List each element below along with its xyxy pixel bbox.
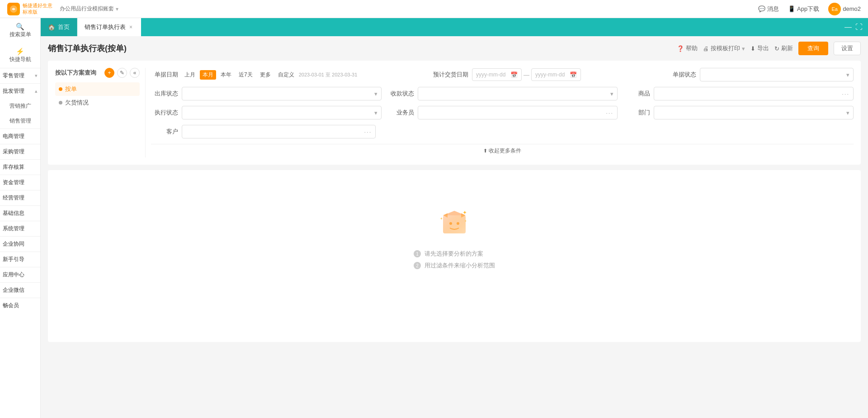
empty-state: ✦ ✦ ✦ 1 请先选择要分析的方案 2 用过滤条件来缩小分析范围 (48, 170, 861, 297)
ship-status-select[interactable]: ▾ (182, 87, 382, 100)
print-dropdown-icon: ▾ (742, 45, 745, 52)
product-more-icon: ··· (842, 90, 849, 97)
logo-area[interactable]: 畅捷通好生意 标准版 (7, 3, 52, 15)
department-select[interactable]: ▾ (654, 106, 854, 119)
doc-status-select[interactable]: ▾ (700, 68, 854, 81)
app-download-button[interactable]: 📱 App下载 (788, 5, 819, 13)
forecast-date-end-input[interactable]: yyyy-mm-dd 📅 (531, 68, 581, 81)
ship-status-chevron-icon: ▾ (374, 90, 377, 97)
product-select[interactable]: ··· (654, 87, 854, 100)
doc-status-label: 单据状态 (669, 71, 696, 79)
maximize-icon[interactable]: ⛶ (855, 23, 863, 31)
sidebar-item-system[interactable]: 系统管理 (0, 221, 40, 236)
sidebar-item-inventory[interactable]: 库存核算 (0, 160, 40, 175)
sidebar-section-system: 系统管理 (0, 221, 40, 236)
page-content: 销售订单执行表(按单) ❓ 帮助 🖨 按模板打印 ▾ ⬇ 导出 (41, 36, 868, 418)
add-plan-button[interactable]: + (104, 68, 114, 78)
sidebar-item-purchase[interactable]: 采购管理 (0, 144, 40, 159)
tab-sales-order[interactable]: 销售订单执行表 × (77, 18, 141, 36)
filter-group-forecast-date: 预计交货日期 yyyy-mm-dd 📅 — yyyy-mm-dd (433, 68, 664, 81)
sidebar-section-inventory: 库存核算 (0, 159, 40, 175)
date-current-year-btn[interactable]: 本年 (218, 70, 234, 80)
message-button[interactable]: 💬 消息 (758, 5, 779, 13)
sidebar-item-finance[interactable]: 资金管理 (0, 175, 40, 190)
page-title: 销售订单执行表(按单) (48, 43, 127, 54)
wholesale-expand-icon: ▴ (35, 88, 38, 94)
sidebar-item-member[interactable]: 畅会员 (0, 298, 40, 313)
salesperson-select[interactable]: ··· (418, 106, 618, 119)
filter-card: 按以下方案查询 + ✎ « 按单 (48, 61, 861, 165)
date-more-btn[interactable]: 更多 (257, 70, 274, 80)
sidebar-search[interactable]: 🔍 搜索菜单 (0, 18, 40, 43)
print-button[interactable]: 🖨 按模板打印 ▾ (703, 44, 745, 52)
filter-group-department: 部门 ▾ (623, 106, 854, 119)
filter-left-icons: + ✎ « (104, 68, 140, 78)
sidebar-item-retail-management[interactable]: 零售管理 ▾ (0, 68, 40, 83)
results-area: ✦ ✦ ✦ 1 请先选择要分析的方案 2 用过滤条件来缩小分析范围 (48, 170, 861, 342)
refresh-icon: ↻ (774, 45, 779, 52)
query-button[interactable]: 查询 (798, 42, 828, 55)
minimize-icon[interactable]: — (844, 23, 852, 31)
sidebar-shortcut[interactable]: ⚡ 快捷导航 (0, 43, 40, 68)
date-7days-btn[interactable]: 近7天 (236, 70, 255, 80)
collapse-panel-button[interactable]: « (130, 68, 140, 78)
settings-button[interactable]: 设置 (834, 42, 861, 55)
customer-more-icon: ··· (364, 128, 372, 135)
sidebar-section-wholesale: 批发管理 ▴ 营销推广 销售管理 (0, 83, 40, 128)
sidebar-item-basic-info[interactable]: 基础信息 (0, 206, 40, 221)
date-custom-btn[interactable]: 自定义 (275, 70, 297, 80)
empty-state-illustration: ✦ ✦ ✦ (432, 197, 477, 242)
help-icon: ❓ (677, 45, 684, 52)
active-tab-label: 销售订单执行表 (85, 23, 126, 31)
salesperson-label: 业务员 (387, 109, 414, 117)
sidebar-section-operations: 经营管理 (0, 190, 40, 205)
customer-select[interactable]: ··· (182, 125, 376, 138)
sidebar-section-purchase: 采购管理 (0, 144, 40, 159)
sidebar-item-ecommerce[interactable]: 电商管理 (0, 129, 40, 144)
forecast-date-start-input[interactable]: yyyy-mm-dd 📅 (472, 68, 522, 81)
payment-status-select[interactable]: ▾ (418, 87, 618, 100)
sidebar-section-guide: 新手引导 (0, 252, 40, 267)
filter-left-panel: 按以下方案查询 + ✎ « 按单 (55, 68, 146, 157)
exec-status-select[interactable]: ▾ (182, 106, 382, 119)
sidebar-item-app-center[interactable]: 应用中心 (0, 267, 40, 282)
top-nav-left: 畅捷通好生意 标准版 办公用品行业模拟账套 ▾ (7, 3, 118, 15)
filter-group-product: 商品 ··· (623, 87, 854, 100)
refresh-button[interactable]: ↻ 刷新 (774, 44, 793, 52)
breadcrumb[interactable]: 办公用品行业模拟账套 ▾ (60, 5, 118, 13)
export-button[interactable]: ⬇ 导出 (750, 44, 769, 52)
message-icon: 💬 (758, 5, 765, 12)
filter-section-title: 按以下方案查询 (55, 69, 96, 77)
collapse-more-conditions-button[interactable]: ⬆ 收起更多条件 (151, 144, 854, 157)
plan-item-shortage[interactable]: 欠货情况 (55, 96, 140, 109)
retail-expand-icon: ▾ (35, 73, 38, 79)
tab-close-icon[interactable]: × (128, 24, 133, 30)
tab-bar: 🏠 首页 销售订单执行表 × — ⛶ (41, 18, 868, 36)
user-profile-button[interactable]: Ea demo2 (828, 3, 861, 15)
filter-group-payment-status: 收款状态 ▾ (387, 87, 618, 100)
edit-plan-button[interactable]: ✎ (117, 68, 127, 78)
print-icon: 🖨 (703, 45, 709, 52)
product-label: 商品 (623, 90, 650, 98)
tab-bar-actions: — ⛶ (839, 18, 868, 36)
sidebar-item-wechat[interactable]: 企业微信 (0, 283, 40, 298)
app-logo-icon (7, 3, 20, 15)
main-layout: 🔍 搜索菜单 ⚡ 快捷导航 零售管理 ▾ 批发管理 ▴ 营销推广 销售管理 (0, 18, 868, 418)
sidebar-item-operations[interactable]: 经营管理 (0, 190, 40, 205)
department-chevron-icon: ▾ (846, 109, 849, 116)
plan-item-by-order[interactable]: 按单 (55, 82, 140, 96)
tab-home[interactable]: 🏠 首页 (41, 18, 77, 36)
date-last-month-btn[interactable]: 上月 (182, 70, 198, 80)
filter-row-1: 单据日期 上月 本月 本年 近7天 更多 自定义 (151, 68, 854, 81)
sidebar-section-finance: 资金管理 (0, 175, 40, 190)
filter-left-header: 按以下方案查询 + ✎ « (55, 68, 140, 78)
forecast-date-label: 预计交货日期 (433, 71, 468, 79)
sidebar-item-guide[interactable]: 新手引导 (0, 252, 40, 267)
help-button[interactable]: ❓ 帮助 (677, 44, 698, 52)
sidebar-item-wholesale-management[interactable]: 批发管理 ▴ (0, 84, 40, 99)
calendar-end-icon: 📅 (570, 71, 577, 78)
sidebar-item-enterprise[interactable]: 企业协同 (0, 237, 40, 252)
date-current-month-btn[interactable]: 本月 (200, 70, 216, 80)
sidebar-item-marketing[interactable]: 营销推广 (0, 99, 40, 114)
sidebar-item-sales-management[interactable]: 销售管理 (0, 114, 40, 128)
